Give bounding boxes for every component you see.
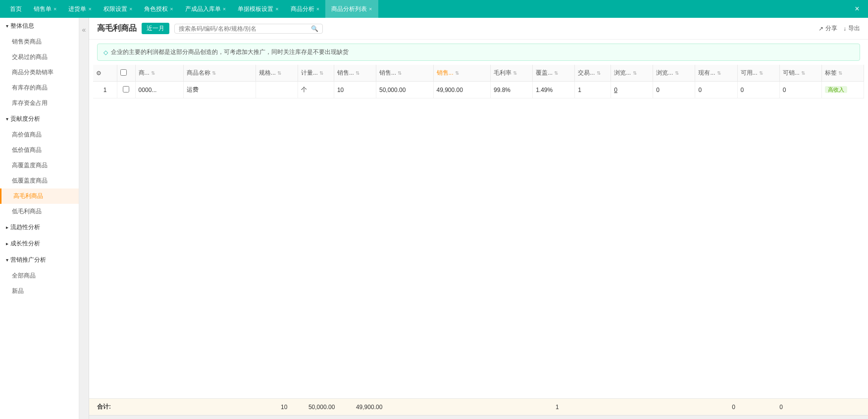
sidebar-item-high-value[interactable]: 高价值商品: [0, 127, 79, 142]
cell-spec: [255, 82, 298, 98]
select-all-checkbox[interactable]: [120, 69, 127, 76]
close-product-analysis-list-icon[interactable]: ×: [369, 6, 372, 12]
col-header-tag[interactable]: 标签 ⇅: [821, 65, 864, 82]
cell-cover: 1.49%: [533, 82, 575, 98]
sort-cover-icon: ⇅: [554, 70, 558, 76]
tab-sales-order[interactable]: 销售单 ×: [28, 0, 62, 18]
sidebar-group-growth[interactable]: ▸ 成长性分析: [0, 235, 79, 252]
sidebar-item-low-gross[interactable]: 低毛利商品: [0, 204, 79, 219]
close-template-icon[interactable]: ×: [275, 6, 278, 12]
sidebar: ▾ 整体信息 销售类商品 交易过的商品 商品分类助销率 有库存的商品 库存资金占…: [0, 18, 79, 419]
info-banner: ◇ 企业的主要的利润都是这部分商品创造的，可考虑加大推广，同时关注库存是不要出现…: [97, 44, 860, 61]
tab-home[interactable]: 首页: [4, 0, 28, 18]
sort-stock2-icon: ⇅: [759, 70, 763, 76]
chevron-right-icon: ▸: [6, 225, 8, 230]
sidebar-item-new-goods[interactable]: 新品: [0, 283, 79, 299]
row-checkbox[interactable]: [123, 86, 129, 93]
col-header-sell[interactable]: 可销... ⇅: [779, 65, 821, 82]
cell-stock1: 0: [695, 82, 737, 98]
sort-stock1-icon: ⇅: [717, 70, 721, 76]
table-footer: 合计: 10 50,000.00 49,900.00 1 0 0: [89, 398, 868, 415]
search-icon[interactable]: 🔍: [311, 25, 318, 32]
tab-template-settings[interactable]: 单据模板设置 ×: [232, 0, 284, 18]
close-permission-icon[interactable]: ×: [129, 6, 132, 12]
col-header-browse2[interactable]: 浏览... ⇅: [653, 65, 695, 82]
tab-product-analysis[interactable]: 商品分析 ×: [285, 0, 325, 18]
sort-browse2-icon: ⇅: [675, 70, 679, 76]
tab-product-storage[interactable]: 产成品入库单 ×: [179, 0, 232, 18]
sidebar-group-overview[interactable]: ▾ 整体信息: [0, 18, 79, 34]
browse1-link[interactable]: 0: [614, 87, 617, 93]
tab-role-auth[interactable]: 角色授权 ×: [138, 0, 179, 18]
col-header-stock2[interactable]: 可用... ⇅: [737, 65, 779, 82]
cell-browse1[interactable]: 0: [611, 82, 653, 98]
window-close-button[interactable]: ×: [850, 2, 864, 16]
tab-purchase-order[interactable]: 进货单 ×: [62, 0, 97, 18]
footer-label: 合计:: [97, 403, 111, 411]
time-filter-button[interactable]: 近一月: [142, 23, 169, 34]
share-button[interactable]: ↗ 分享: [818, 24, 837, 33]
sort-browse1-icon: ⇅: [633, 70, 637, 76]
search-box: 🔍: [174, 24, 323, 34]
table-container[interactable]: ⚙ 商... ⇅ 商品名称 ⇅: [89, 65, 868, 398]
col-header-sales-qty[interactable]: 销售... ⇅: [334, 65, 376, 82]
col-header-name[interactable]: 商品名称 ⇅: [183, 65, 255, 82]
sidebar-item-low-value[interactable]: 低价值商品: [0, 142, 79, 158]
cell-index: 1: [93, 82, 117, 98]
close-product-storage-icon[interactable]: ×: [223, 6, 226, 12]
export-icon: ↓: [843, 25, 846, 32]
sidebar-item-high-coverage[interactable]: 高覆盖度商品: [0, 158, 79, 173]
sidebar-group-marketing[interactable]: ▾ 营销推广分析: [0, 252, 79, 268]
col-header-cover[interactable]: 覆盖... ⇅: [533, 65, 575, 82]
sort-tag-icon: ⇅: [838, 70, 842, 76]
table-header-row: ⚙ 商... ⇅ 商品名称 ⇅: [93, 65, 864, 82]
close-sales-order-icon[interactable]: ×: [53, 6, 56, 12]
main-layout: ▾ 整体信息 销售类商品 交易过的商品 商品分类助销率 有库存的商品 库存资金占…: [0, 18, 868, 419]
cell-checkbox[interactable]: [117, 82, 135, 98]
sidebar-group-contribution[interactable]: ▾ 贡献度分析: [0, 111, 79, 127]
sidebar-toggle-button[interactable]: «: [79, 18, 89, 419]
sidebar-item-low-coverage[interactable]: 低覆盖度商品: [0, 173, 79, 188]
col-header-sales-cost[interactable]: 销售... ⇅: [433, 65, 491, 82]
col-header-browse1[interactable]: 浏览... ⇅: [611, 65, 653, 82]
close-product-analysis-icon[interactable]: ×: [316, 6, 319, 12]
sidebar-item-sales-goods[interactable]: 销售类商品: [0, 34, 79, 49]
sidebar-item-high-gross[interactable]: 高毛利商品: [0, 188, 79, 204]
col-header-sales-amt[interactable]: 销售... ⇅: [376, 65, 433, 82]
horizontal-scrollbar[interactable]: [89, 415, 868, 419]
content-area: 高毛利商品 近一月 🔍 ↗ 分享 ↓ 导出 ◇ 企业的主要的利润都是这部分商品创…: [89, 18, 868, 419]
col-header-code[interactable]: 商... ⇅: [135, 65, 183, 82]
col-header-trade[interactable]: 交易... ⇅: [575, 65, 611, 82]
cell-code: 0000...: [135, 82, 183, 98]
sidebar-group-trend[interactable]: ▸ 流趋性分析: [0, 219, 79, 235]
sidebar-item-all-goods[interactable]: 全部商品: [0, 268, 79, 283]
col-header-checkbox[interactable]: [117, 65, 135, 82]
chevron-right-icon-2: ▸: [6, 241, 8, 246]
col-header-gross-rate[interactable]: 毛利率 ⇅: [491, 65, 533, 82]
sidebar-item-stock-capital[interactable]: 库存资金占用: [0, 95, 79, 111]
cell-tag: 高收入: [821, 82, 864, 98]
cell-stock2: 0: [737, 82, 779, 98]
sidebar-item-category-rate[interactable]: 商品分类助销率: [0, 65, 79, 80]
sidebar-item-stocked-goods[interactable]: 有库存的商品: [0, 80, 79, 95]
cell-unit: 个: [298, 82, 334, 98]
export-button[interactable]: ↓ 导出: [843, 24, 860, 33]
sort-gross-rate-icon: ⇅: [513, 70, 517, 76]
close-role-auth-icon[interactable]: ×: [170, 6, 173, 12]
tab-product-analysis-list[interactable]: 商品分析列表 ×: [325, 0, 378, 18]
sort-sales-cost-icon: ⇅: [455, 70, 459, 76]
col-header-settings[interactable]: ⚙: [93, 65, 117, 82]
tag-badge: 高收入: [825, 86, 847, 93]
share-icon: ↗: [818, 25, 823, 32]
col-header-stock1[interactable]: 现有... ⇅: [695, 65, 737, 82]
tab-permission-settings[interactable]: 权限设置 ×: [98, 0, 138, 18]
sidebar-item-traded-goods[interactable]: 交易过的商品: [0, 49, 79, 65]
search-input[interactable]: [179, 25, 309, 32]
cell-name: 运费: [183, 82, 255, 98]
settings-icon: ⚙: [96, 70, 102, 77]
col-header-spec[interactable]: 规格... ⇅: [255, 65, 298, 82]
col-header-unit[interactable]: 计量... ⇅: [298, 65, 334, 82]
footer-stock1: 0: [696, 404, 735, 411]
close-purchase-order-icon[interactable]: ×: [88, 6, 91, 12]
sort-unit-icon: ⇅: [319, 70, 323, 76]
